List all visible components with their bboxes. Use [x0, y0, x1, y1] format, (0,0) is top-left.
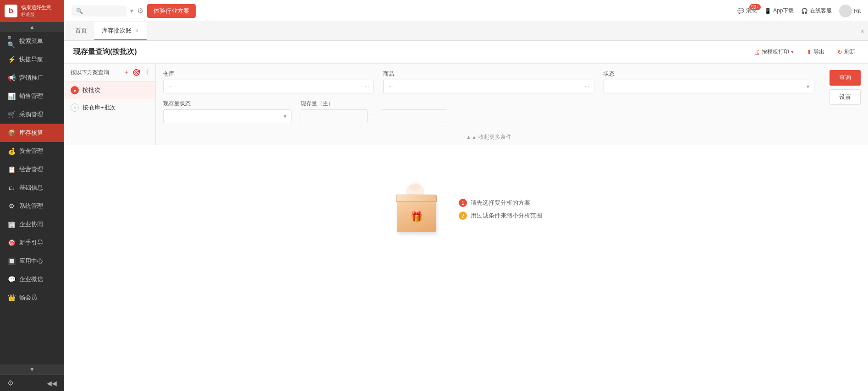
- print-template-button[interactable]: 🖨 按模板打印 ▾: [750, 46, 797, 58]
- sidebar-item-base-info[interactable]: 🗂 基础信息: [0, 179, 64, 197]
- base-info-icon: 🗂: [7, 184, 16, 192]
- tab-home-label: 首页: [75, 27, 87, 35]
- app-download-label: App下载: [773, 7, 794, 15]
- warehouse-more-icon[interactable]: ···: [364, 83, 369, 90]
- sidebar-item-enterprise-wechat[interactable]: 💬 企业微信: [0, 270, 64, 288]
- marketing-icon: 📢: [7, 74, 16, 82]
- sidebar-item-search-menu[interactable]: ≡🔍 搜索菜单: [0, 32, 64, 50]
- product-placeholder: ···: [388, 83, 393, 90]
- search-menu-icon: ≡🔍: [7, 37, 16, 45]
- tab-home[interactable]: 首页: [68, 22, 94, 40]
- sidebar: b 畅康通好生意 标准版 ▲ ≡🔍 搜索菜单 ⚡ 快捷导航 📢 营销推广 📊 销…: [0, 0, 64, 391]
- filter-sidebar-header: 按以下方案查询 ＋ 🎯 《: [64, 64, 155, 81]
- sidebar-item-purchase[interactable]: 🛒 采购管理: [0, 105, 64, 124]
- sidebar-item-app-center[interactable]: 🔲 应用中心: [0, 252, 64, 270]
- settings-icon[interactable]: ⚙: [7, 379, 14, 387]
- sidebar-header: b 畅康通好生意 标准版: [0, 0, 64, 22]
- query-button[interactable]: 查询: [830, 70, 861, 86]
- step-1-badge: 1: [459, 199, 467, 207]
- scheme-settings-icon[interactable]: 🎯: [132, 69, 140, 76]
- brand-sub: 标准版: [21, 11, 51, 18]
- sidebar-item-marketing[interactable]: 📢 营销推广: [0, 69, 64, 87]
- status-dropdown-icon: ▾: [807, 83, 809, 90]
- sidebar-item-operations[interactable]: 📋 经营管理: [0, 160, 64, 179]
- topbar-chevron-icon[interactable]: ▾: [130, 7, 133, 14]
- filter-sidebar-icons: ＋ 🎯 《: [123, 68, 149, 76]
- scheme-item-by-warehouse-batch[interactable]: ○ 按仓库+批次: [64, 99, 155, 116]
- page-header: 现存量查询(按批次) 🖨 按模板打印 ▾ ⬆ 导出 ↻ 刷新: [64, 41, 868, 64]
- tabbar: 首页 库存批次账 × ×: [64, 22, 868, 41]
- warehouse-label: 仓库: [163, 70, 374, 78]
- tab-inventory-batch[interactable]: 库存批次账 ×: [94, 22, 147, 40]
- online-service-button[interactable]: 🎧 在线客服: [801, 7, 832, 15]
- username-label: Rit: [854, 8, 861, 14]
- filter-field-warehouse: 仓库 ··· ···: [163, 70, 374, 93]
- app-center-icon: 🔲: [7, 257, 16, 265]
- empty-illustration: 🎁: [390, 182, 445, 237]
- app-download-icon: 📱: [764, 8, 771, 14]
- inventory-icon: 📦: [7, 129, 16, 137]
- sidebar-item-enterprise[interactable]: 🏢 企业协同: [0, 215, 64, 234]
- main-area: 🔍 ▾ ⚙ 体验行业方案 💬 消息 99+ 📱 App下载 🎧 在线客服 Ri: [64, 0, 868, 391]
- tabbar-close-button[interactable]: ×: [861, 27, 864, 35]
- refresh-icon: ↻: [837, 49, 842, 55]
- online-service-label: 在线客服: [810, 7, 832, 15]
- sidebar-item-inventory[interactable]: 📦 库存核算: [0, 124, 64, 142]
- messages-button[interactable]: 💬 消息 99+: [737, 7, 757, 15]
- inventory-qty-label: 现存量（主）: [301, 100, 447, 108]
- inventory-status-label: 现存量状态: [163, 100, 291, 108]
- scheme-inactive-icon: ○: [71, 103, 79, 112]
- filter-scheme-sidebar: 按以下方案查询 ＋ 🎯 《 ● 按批次 ○ 按仓库+批次: [64, 64, 156, 145]
- inventory-status-dropdown-icon: ▾: [284, 113, 286, 119]
- collapse-filter-sidebar-icon[interactable]: 《: [143, 68, 149, 76]
- brand-name: 畅康通好生意: [21, 4, 51, 11]
- collapse-more-conditions-button[interactable]: ▲▲ 收起更多条件: [163, 130, 814, 145]
- collapse-sidebar-icon[interactable]: ◀◀: [47, 380, 57, 387]
- product-more-icon[interactable]: ···: [585, 83, 589, 90]
- experience-industry-button[interactable]: 体验行业方案: [147, 4, 196, 18]
- product-input[interactable]: ··· ···: [383, 80, 594, 93]
- inventory-qty-max-input[interactable]: [381, 109, 448, 123]
- warehouse-placeholder: ···: [168, 83, 173, 90]
- empty-state: 🎁 1 请先选择要分析的方案 2 用过滤条件来缩小分析范围: [64, 145, 868, 273]
- warehouse-input[interactable]: ··· ···: [163, 80, 374, 93]
- add-scheme-icon[interactable]: ＋: [123, 68, 130, 76]
- page-content: 现存量查询(按批次) 🖨 按模板打印 ▾ ⬆ 导出 ↻ 刷新: [64, 41, 868, 391]
- sidebar-item-finance[interactable]: 💰 资金管理: [0, 142, 64, 160]
- topbar-right: 💬 消息 99+ 📱 App下载 🎧 在线客服 Rit: [737, 5, 861, 17]
- filter-form: 仓库 ··· ··· 商品 ··· ···: [156, 64, 822, 145]
- purchase-icon: 🛒: [7, 110, 16, 119]
- inventory-status-select[interactable]: ▾: [163, 109, 291, 123]
- sidebar-scroll-down[interactable]: ▼: [0, 364, 64, 375]
- settings-button[interactable]: 设置: [830, 89, 861, 105]
- topbar-gear-icon[interactable]: ⚙: [137, 6, 143, 15]
- inventory-qty-min-input[interactable]: [301, 109, 368, 123]
- export-label: 导出: [813, 48, 824, 56]
- tab-inventory-batch-label: 库存批次账: [102, 27, 132, 35]
- sidebar-scroll-up[interactable]: ▲: [0, 22, 64, 32]
- filter-field-inventory-qty: 现存量（主） —: [301, 100, 447, 123]
- sidebar-item-sales[interactable]: 📊 销售管理: [0, 87, 64, 105]
- export-button[interactable]: ⬆ 导出: [803, 46, 828, 58]
- step-2-badge: 2: [459, 212, 467, 220]
- topbar-search-bar[interactable]: 🔍: [71, 5, 126, 16]
- sidebar-item-quick-nav[interactable]: ⚡ 快捷导航: [0, 50, 64, 69]
- message-icon: 💬: [737, 8, 744, 14]
- topbar-search-icon: 🔍: [76, 8, 83, 14]
- sidebar-item-new-guide[interactable]: 🎯 新手引导: [0, 234, 64, 252]
- print-dropdown-icon[interactable]: ▾: [791, 49, 794, 55]
- status-select[interactable]: ▾: [604, 80, 814, 93]
- filter-field-status: 状态 ▾: [604, 70, 814, 93]
- empty-tips: 1 请先选择要分析的方案 2 用过滤条件来缩小分析范围: [459, 199, 542, 220]
- vip-icon: 👑: [7, 293, 16, 302]
- refresh-button[interactable]: ↻ 刷新: [834, 46, 859, 58]
- enterprise-wechat-icon: 💬: [7, 275, 16, 283]
- filter-row-1: 仓库 ··· ··· 商品 ··· ···: [163, 70, 814, 93]
- app-download-button[interactable]: 📱 App下载: [764, 7, 794, 15]
- user-avatar-button[interactable]: Rit: [839, 5, 861, 17]
- tab-close-icon[interactable]: ×: [134, 27, 139, 34]
- inventory-qty-range: —: [301, 109, 447, 123]
- sidebar-item-vip[interactable]: 👑 畅会员: [0, 288, 64, 307]
- scheme-item-by-batch[interactable]: ● 按批次: [64, 81, 155, 99]
- sidebar-item-system[interactable]: ⚙ 系统管理: [0, 197, 64, 215]
